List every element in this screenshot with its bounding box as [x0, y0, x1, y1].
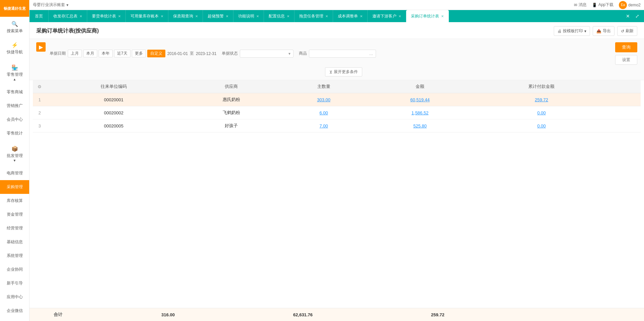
shortcut-custom[interactable]: 自定义 — [147, 50, 165, 57]
expand-arrow-icon: ▲ — [13, 77, 16, 81]
sidebar-item-marketing[interactable]: 营销推广 — [0, 99, 30, 113]
refresh-icon: ↺ — [621, 29, 624, 34]
tab-close-icon[interactable]: ✕ — [398, 14, 401, 18]
sidebar-item-app-center[interactable]: 应用中心 — [0, 290, 30, 304]
settings-button[interactable]: 设置 — [615, 55, 637, 65]
sidebar-item-label: 快捷导航 — [7, 49, 23, 55]
table-settings-icon[interactable]: ⚙ — [38, 84, 42, 89]
tab-shoufhui[interactable]: 收发存汇总表 ✕ — [49, 10, 87, 22]
row-amount[interactable]: 60,519.44 — [366, 93, 474, 106]
filter-bar: ▶ 单据日期 上月 本月 本年 近7天 更多 自定义 — [30, 39, 644, 80]
goods-filter-item: 商品 … — [299, 50, 376, 58]
action-buttons: 查询 设置 — [615, 42, 637, 65]
row-checkbox-cell: 1 — [33, 93, 46, 106]
sidebar-item-member[interactable]: 会员中心 — [0, 113, 30, 126]
tab-gongnengshuo[interactable]: 功能说明 ✕ — [233, 10, 264, 22]
tab-chengbenzhengzheng[interactable]: 成本调整单 ✕ — [333, 10, 368, 22]
tab-chaochuyujing[interactable]: 超储预警 ✕ — [203, 10, 233, 22]
sidebar-item-capital[interactable]: 资金管理 — [0, 208, 30, 221]
tab-close-icon[interactable]: ✕ — [325, 14, 328, 18]
tab-keyongliangkucun[interactable]: 可用量库存账本 ✕ — [126, 10, 168, 22]
tab-label: 拖货任务管理 — [299, 13, 323, 19]
tab-close-icon[interactable]: ✕ — [118, 14, 121, 18]
tab-close-icon[interactable]: ✕ — [195, 14, 198, 18]
sidebar-item-retail[interactable]: 🏪 零售管理 ▲ — [0, 60, 30, 85]
tab-yaohuodanjitongji[interactable]: 要货单统计表 ✕ — [87, 10, 126, 22]
sidebar-item-newbie[interactable]: 新手引导 — [0, 276, 30, 290]
sidebar-item-ecommerce[interactable]: 电商管理 — [0, 166, 30, 180]
tab-tuohuorenwu[interactable]: 拖货任务管理 ✕ — [294, 10, 333, 22]
tab-close-icon[interactable]: ✕ — [226, 14, 228, 18]
shortcut-this-month[interactable]: 本月 — [83, 50, 97, 57]
date-shortcuts: 上月 本月 本年 近7天 更多 自定义 — [68, 50, 165, 57]
print-icon: 🖨 — [557, 29, 561, 34]
app-download-button[interactable]: 📱 App下载 — [592, 2, 613, 8]
expand-conditions-button[interactable]: ⊻ 展开更多条件 — [325, 67, 362, 76]
tab-home[interactable]: 首页 — [30, 10, 49, 22]
row-paid[interactable]: 259.72 — [474, 93, 609, 106]
filter-toggle-button[interactable]: ▶ — [36, 42, 46, 52]
tab-close-icon[interactable]: ✕ — [79, 14, 82, 18]
date-to: 2023-12-31 — [196, 51, 216, 56]
print-button[interactable]: 🖨 按模板打印 ▾ — [554, 26, 590, 36]
tab-caigoudingjiantongji[interactable]: 采购订单统计表 ✕ — [406, 10, 449, 22]
sidebar-item-wholesale[interactable]: 📦 批发管理 ▼ — [0, 142, 30, 166]
sidebar-item-wechat[interactable]: 企业微信 — [0, 304, 30, 318]
sidebar-item-vip[interactable]: 畅会员 — [0, 318, 30, 321]
table-row[interactable]: 2 00020002 飞鹤奶粉 6.00 1,586.52 0.00 — [33, 106, 641, 119]
row-qty[interactable]: 6.00 — [282, 106, 366, 119]
row-amount[interactable]: 1,586.52 — [366, 106, 474, 119]
sidebar-item-operation[interactable]: 经营管理 — [0, 221, 30, 235]
table-row[interactable]: 1 00020001 惠氏奶粉 303.00 60,519.44 259.72 — [33, 93, 641, 106]
row-paid[interactable]: 0.00 — [474, 106, 609, 119]
row-qty[interactable]: 303.00 — [282, 93, 366, 106]
sidebar-item-label: 批发管理 — [7, 153, 23, 159]
tab-peizhi[interactable]: 配置信息 ✕ — [264, 10, 294, 22]
sidebar-item-label: 库存核算 — [7, 198, 23, 204]
tab-close-icon[interactable]: ✕ — [256, 14, 259, 18]
tab-close-icon[interactable]: ✕ — [441, 14, 444, 18]
sidebar-item-base[interactable]: 基础信息 — [0, 235, 30, 249]
sidebar-item-quick-nav[interactable]: ⚡ 快捷导航 — [0, 38, 30, 59]
shortcut-7days[interactable]: 近7天 — [114, 50, 130, 57]
refresh-button[interactable]: ↺ 刷新 — [617, 26, 637, 36]
tab-home-label: 首页 — [35, 13, 43, 19]
status-dropdown-icon: ▾ — [288, 51, 290, 56]
message-button[interactable]: ✉ 消息 — [574, 2, 587, 8]
tab-label: 可用量库存账本 — [130, 13, 159, 19]
tab-label: 超储预警 — [208, 13, 224, 19]
table-row[interactable]: 3 00020005 好孩子 7.00 525.80 0.00 — [33, 119, 641, 132]
workspace-selector[interactable]: 母婴行业演示账套 ▾ — [33, 2, 68, 8]
tab-close-icon[interactable]: ✕ — [161, 14, 163, 18]
app-logo: 畅捷通好生意 — [0, 0, 30, 17]
tab-yaoqingxiayou[interactable]: 邀请下游客户 ✕ — [368, 10, 406, 22]
tab-close-icon[interactable]: ✕ — [287, 14, 289, 18]
page-content: 采购订单统计表(按供应商) 🖨 按模板打印 ▾ 📤 导出 ↺ 刷新 — [30, 22, 644, 321]
sidebar-item-search[interactable]: 🔍 搜索菜单 — [0, 17, 30, 38]
query-button[interactable]: 查询 — [615, 42, 637, 52]
row-amount[interactable]: 525.80 — [366, 119, 474, 132]
sidebar-item-system[interactable]: 系统管理 — [0, 249, 30, 263]
sidebar-item-purchase[interactable]: 采购管理 — [0, 180, 30, 194]
close-tab-button[interactable]: ✕ — [624, 13, 632, 19]
tab-baozhouqi[interactable]: 保质期查询 ✕ — [168, 10, 203, 22]
col-code: 往来单位编码 — [46, 80, 181, 93]
row-paid[interactable]: 0.00 — [474, 119, 609, 132]
user-menu[interactable]: Ea demo2 — [619, 1, 641, 9]
shortcut-more[interactable]: 更多 — [132, 50, 146, 57]
sidebar-item-retail-mall[interactable]: 零售商城 — [0, 85, 30, 99]
sidebar-item-inventory[interactable]: 库存核算 — [0, 194, 30, 208]
export-button[interactable]: 📤 导出 — [593, 26, 614, 36]
row-qty[interactable]: 7.00 — [282, 119, 366, 132]
shortcut-this-year[interactable]: 本年 — [99, 50, 113, 57]
sidebar-item-collab[interactable]: 企业协同 — [0, 263, 30, 276]
maximize-tab-button[interactable]: ⤢ — [633, 13, 641, 19]
goods-input[interactable]: … — [309, 50, 376, 58]
sidebar-item-retail-stat[interactable]: 零售统计 — [0, 126, 30, 140]
col-amount: 金额 — [366, 80, 474, 93]
status-select[interactable]: ▾ — [240, 50, 293, 58]
user-avatar: Ea — [619, 1, 627, 9]
table-footer: 合计 316.00 62,631.76 259.72 — [30, 308, 644, 321]
shortcut-prev-month[interactable]: 上月 — [68, 50, 82, 57]
tab-close-icon[interactable]: ✕ — [360, 14, 363, 18]
